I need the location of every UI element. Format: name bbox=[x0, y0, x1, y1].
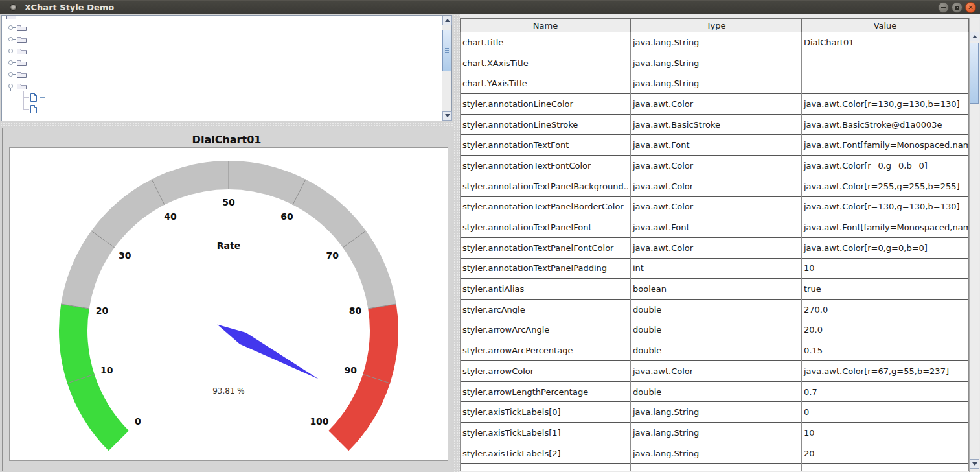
expand-handle-icon[interactable] bbox=[7, 80, 16, 91]
cell-value[interactable]: java.awt.Color[r=130,g=130,b=130] bbox=[802, 196, 969, 217]
cell-value[interactable]: java.awt.Color[r=0,g=0,b=0] bbox=[802, 237, 969, 258]
cell-value[interactable]: java.awt.Color[r=255,g=255,b=255] bbox=[802, 176, 969, 196]
cell-value[interactable]: 0.15 bbox=[802, 340, 969, 361]
expand-handle-icon[interactable] bbox=[7, 45, 16, 56]
cell-name[interactable]: styler.annotationTextPanelFont bbox=[461, 217, 631, 238]
maximize-button[interactable] bbox=[952, 2, 963, 13]
cell-name[interactable]: styler.axisTickLabels[2] bbox=[461, 443, 631, 464]
tree-scrollbar[interactable] bbox=[442, 16, 451, 121]
titlebar[interactable]: XChart Style Demo ✕ bbox=[0, 0, 980, 14]
cell-type[interactable]: java.awt.Font bbox=[631, 135, 802, 156]
cell-type[interactable]: java.awt.BasicStroke bbox=[631, 114, 802, 135]
tree-node[interactable] bbox=[2, 68, 442, 80]
expand-handle-icon[interactable] bbox=[7, 33, 16, 45]
cell-name[interactable]: styler.arrowArcAngle bbox=[461, 320, 631, 340]
cell-type[interactable]: double bbox=[631, 340, 802, 361]
tree-node-label[interactable] bbox=[30, 62, 35, 63]
cell-type[interactable]: java.awt.Color bbox=[631, 237, 802, 258]
table-scrollbar[interactable] bbox=[969, 18, 979, 472]
tree-scroll-down-button[interactable] bbox=[442, 111, 452, 121]
cell-value[interactable]: java.awt.Color[r=130,g=130,b=130] bbox=[802, 94, 969, 115]
cell-name[interactable]: styler.annotationLineStroke bbox=[461, 114, 631, 135]
cell-type[interactable]: java.lang.String bbox=[631, 423, 802, 443]
table-scroll-down-button[interactable] bbox=[970, 459, 979, 469]
tree-node-label[interactable] bbox=[30, 27, 35, 28]
minimize-button[interactable] bbox=[938, 2, 949, 13]
column-header-value[interactable]: Value bbox=[802, 19, 969, 32]
tree-node[interactable] bbox=[2, 33, 442, 45]
cell-type[interactable]: java.awt.Color bbox=[631, 156, 802, 176]
cell-name[interactable]: styler.arrowColor bbox=[461, 361, 631, 382]
cell-type[interactable]: java.awt.Color bbox=[631, 176, 802, 196]
cell-type[interactable]: java.lang.String bbox=[631, 53, 802, 73]
horizontal-split-divider[interactable] bbox=[0, 122, 453, 127]
cell-name[interactable]: styler.axisTickLabels[0] bbox=[461, 402, 631, 423]
cell-value[interactable]: java.awt.Font[family=Monospaced,nam... bbox=[802, 217, 969, 238]
column-header-type[interactable]: Type bbox=[631, 19, 802, 32]
cell-value[interactable] bbox=[802, 73, 969, 94]
tree-node[interactable] bbox=[2, 80, 442, 91]
cell-value[interactable]: DialChart01 bbox=[802, 32, 969, 53]
cell-value[interactable]: 10 bbox=[802, 258, 969, 279]
tree-node[interactable] bbox=[2, 21, 442, 33]
tree-node[interactable] bbox=[2, 56, 442, 68]
cell-value[interactable]: 20.0 bbox=[802, 320, 969, 340]
cell-name[interactable]: styler.annotationLineColor bbox=[461, 94, 631, 115]
cell-value[interactable]: 0 bbox=[802, 402, 969, 423]
cell-name[interactable]: styler.arrowLengthPercentage bbox=[461, 381, 631, 402]
tree-node-label[interactable] bbox=[19, 16, 25, 16]
cell-value[interactable]: java.awt.Font[family=Monospaced,nam... bbox=[802, 135, 969, 156]
tree-scroll-thumb[interactable] bbox=[442, 30, 451, 71]
tree-node-label[interactable] bbox=[40, 108, 45, 110]
table-scroll-thumb[interactable] bbox=[970, 43, 979, 104]
chart-tree[interactable] bbox=[2, 16, 442, 121]
tree-node-label[interactable] bbox=[30, 38, 35, 40]
tree-node[interactable] bbox=[2, 45, 442, 56]
cell-value[interactable]: 270.0 bbox=[802, 299, 969, 320]
cell-type[interactable]: java.lang.String bbox=[631, 32, 802, 53]
expand-handle-icon[interactable] bbox=[7, 21, 16, 33]
expand-handle-icon[interactable] bbox=[7, 56, 16, 68]
cell-name[interactable]: styler.antiAlias bbox=[461, 279, 631, 300]
cell-name[interactable]: styler.annotationTextFont bbox=[461, 135, 631, 156]
tree-node[interactable] bbox=[2, 103, 442, 115]
cell-name[interactable]: styler.arcAngle bbox=[461, 299, 631, 320]
cell-type[interactable]: java.lang.String bbox=[631, 402, 802, 423]
tree-node[interactable] bbox=[2, 16, 442, 21]
cell-type[interactable]: java.awt.Font bbox=[631, 217, 802, 238]
tree-node-label[interactable] bbox=[30, 85, 35, 86]
tree-scroll-up-button[interactable] bbox=[442, 16, 452, 25]
cell-name[interactable]: chart.title bbox=[461, 32, 631, 53]
tree-node-label[interactable] bbox=[30, 73, 35, 75]
cell-type[interactable]: double bbox=[631, 299, 802, 320]
close-button[interactable]: ✕ bbox=[965, 2, 976, 13]
vertical-split-divider[interactable] bbox=[453, 14, 460, 472]
cell-name[interactable]: styler.annotationTextPanelFontColor bbox=[461, 237, 631, 258]
cell-name[interactable]: styler.arrowArcPercentage bbox=[461, 340, 631, 361]
cell-value[interactable]: java.awt.BasicStroke@d1a0003e bbox=[802, 114, 969, 135]
cell-name[interactable]: styler.annotationTextPanelPadding bbox=[461, 258, 631, 279]
cell-name[interactable]: styler.annotationTextPanelBackground... bbox=[461, 176, 631, 196]
cell-value[interactable]: java.awt.Color[r=0,g=0,b=0] bbox=[802, 156, 969, 176]
cell-type[interactable]: java.awt.Color bbox=[631, 196, 802, 217]
tree-node-label[interactable] bbox=[30, 50, 35, 51]
cell-type[interactable]: double bbox=[631, 320, 802, 340]
expand-handle-icon[interactable] bbox=[7, 68, 16, 80]
cell-value[interactable] bbox=[802, 53, 969, 73]
column-header-name[interactable]: Name bbox=[461, 19, 631, 32]
cell-name[interactable]: chart.XAxisTitle bbox=[461, 53, 631, 73]
cell-value[interactable]: java.awt.Color[r=67,g=55,b=237] bbox=[802, 361, 969, 382]
cell-type[interactable]: double bbox=[631, 381, 802, 402]
cell-name[interactable]: styler.annotationTextFontColor bbox=[461, 156, 631, 176]
cell-value[interactable]: 10 bbox=[802, 423, 969, 443]
cell-type[interactable]: java.lang.String bbox=[631, 73, 802, 94]
cell-type[interactable]: java.awt.Color bbox=[631, 94, 802, 115]
cell-type[interactable]: java.lang.String bbox=[631, 443, 802, 464]
cell-value[interactable]: 0.7 bbox=[802, 381, 969, 402]
cell-value[interactable]: true bbox=[802, 279, 969, 300]
tree-node-label[interactable] bbox=[40, 97, 45, 98]
cell-type[interactable]: int bbox=[631, 258, 802, 279]
table-scroll-up-button[interactable] bbox=[970, 32, 979, 41]
cell-name[interactable]: styler.annotationTextPanelBorderColor bbox=[461, 196, 631, 217]
cell-type[interactable]: java.awt.Color bbox=[631, 361, 802, 382]
